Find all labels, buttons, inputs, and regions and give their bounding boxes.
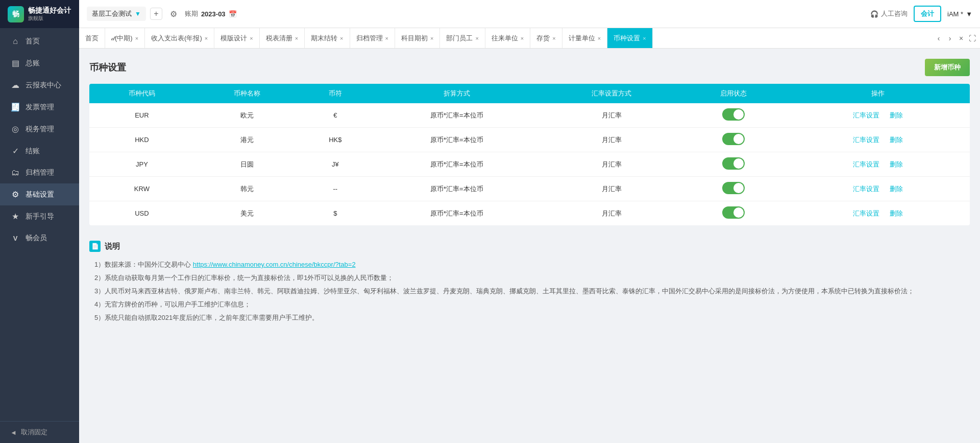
user-menu[interactable]: iAM * ▼ [947, 10, 972, 18]
tab-units[interactable]: 计量单位 × [562, 28, 607, 49]
tab-label: 计量单位 [569, 34, 595, 43]
sidebar-item-archive[interactable]: 🗂 归档管理 [0, 162, 79, 183]
sidebar-item-home[interactable]: ⌂ 首页 [0, 31, 79, 52]
tab-income[interactable]: 收入支出表(年报) × [145, 28, 214, 49]
sidebar-item-basic[interactable]: ⚙ 基础设置 [0, 183, 79, 205]
sidebar-pin-btn[interactable]: ◄ 取消固定 [0, 421, 79, 443]
workspace-settings-btn[interactable]: ⚙ [166, 7, 181, 21]
sidebar-item-ledger[interactable]: ▤ 总账 [0, 52, 79, 74]
header: 基层工会测试 ▼ + ⚙ 账期 2023-03 📅 🎧 人工咨询 会计 iAM … [79, 0, 980, 28]
sidebar-item-tax[interactable]: ◎ 税务管理 [0, 118, 79, 140]
sidebar-item-label: 发票管理 [26, 103, 54, 112]
sidebar-item-guide[interactable]: ★ 新手引导 [0, 205, 79, 227]
tab-close-icon[interactable]: × [643, 35, 646, 41]
tab-close-icon[interactable]: × [475, 35, 478, 41]
cell-name: 韩元 [194, 177, 300, 201]
tab-template[interactable]: 模版设计 × [214, 28, 259, 49]
page-title: 币种设置 [89, 61, 126, 74]
external-link[interactable]: https://www.chinamoney.com.cn/chinese/bk… [193, 261, 356, 268]
rate-settings-link[interactable]: 汇率设置 [853, 160, 879, 168]
cell-code: KRW [89, 177, 194, 201]
tab-prev-btn[interactable]: ‹ [934, 33, 944, 43]
delete-link[interactable]: 删除 [890, 111, 903, 119]
tab-next-btn[interactable]: › [945, 33, 955, 43]
delete-link[interactable]: 删除 [890, 209, 903, 217]
tab-close-icon[interactable]: × [250, 35, 253, 41]
sidebar-item-reports[interactable]: ☁ 云报表中心 [0, 74, 79, 96]
sidebar-item-settlement[interactable]: ✓ 结账 [0, 140, 79, 162]
tab-close-icon[interactable]: × [521, 35, 524, 41]
status-toggle[interactable] [722, 108, 745, 121]
tab-home[interactable]: 首页 [79, 28, 105, 49]
user-arrow-icon: ▼ [966, 10, 972, 18]
cell-rate-type: 月汇率 [543, 128, 681, 152]
delete-link[interactable]: 删除 [890, 185, 903, 193]
tab-close-icon[interactable]: × [295, 35, 298, 41]
rate-settings-link[interactable]: 汇率设置 [853, 209, 879, 217]
tab-currency[interactable]: 币种设置 × [607, 28, 652, 49]
cell-name: 美元 [194, 201, 300, 226]
tab-period[interactable]: 𝒹(中期) × [105, 28, 145, 49]
cell-status[interactable] [681, 177, 786, 201]
cell-actions: 汇率设置 删除 [786, 128, 970, 152]
tab-close-icon[interactable]: × [385, 35, 388, 41]
sidebar-item-invoice[interactable]: 🧾 发票管理 [0, 96, 79, 118]
tab-close-icon[interactable]: × [598, 35, 601, 41]
tab-close-icon[interactable]: × [552, 35, 555, 41]
member-icon: V [10, 235, 20, 242]
status-toggle[interactable] [722, 157, 745, 170]
table-row: HKD 港元 HK$ 原币*汇率=本位币 月汇率 汇率设置 删除 [89, 128, 970, 152]
consult-btn[interactable]: 🎧 人工咨询 [870, 9, 908, 18]
rate-settings-link[interactable]: 汇率设置 [853, 185, 879, 193]
tab-close-icon[interactable]: × [135, 35, 138, 41]
sidebar-item-member[interactable]: V 畅会员 [0, 227, 79, 249]
cell-status[interactable] [681, 103, 786, 128]
tab-inventory[interactable]: 存货 × [530, 28, 562, 49]
tab-close-icon[interactable]: × [430, 35, 433, 41]
add-workspace-btn[interactable]: + [150, 8, 162, 20]
rate-settings-link[interactable]: 汇率设置 [853, 136, 879, 144]
account-type-btn[interactable]: 会计 [914, 6, 941, 22]
tab-close-icon[interactable]: × [205, 35, 208, 41]
tab-archive[interactable]: 归档管理 × [350, 28, 395, 49]
new-currency-btn[interactable]: 新增币种 [925, 59, 970, 76]
cell-status[interactable] [681, 128, 786, 152]
tab-period-end[interactable]: 期末结转 × [305, 28, 350, 49]
workspace-selector[interactable]: 基层工会测试 ▼ [87, 7, 146, 21]
main-content: 币种设置 新增币种 币种代码 币种名称 币符 折算方式 汇率设置方式 启用状态 … [79, 49, 980, 443]
home-icon: ⌂ [10, 37, 20, 46]
tab-close-icon[interactable]: × [340, 35, 343, 41]
calendar-icon[interactable]: 📅 [229, 10, 237, 18]
tab-label: 𝒹(中期) [111, 34, 133, 43]
cell-actions: 汇率设置 删除 [786, 177, 970, 201]
tab-partners[interactable]: 往来单位 × [485, 28, 530, 49]
notes-list: 1）数据来源：中国外汇交易中心 https://www.chinamoney.c… [89, 258, 970, 324]
tabbar: 首页 𝒹(中期) × 收入支出表(年报) × 模版设计 × 税表清册 × 期末结… [79, 28, 980, 49]
cell-method: 原币*汇率=本位币 [371, 103, 542, 128]
sidebar-nav: ⌂ 首页 ▤ 总账 ☁ 云报表中心 🧾 发票管理 ◎ 税务管理 ✓ 结账 🗂 归… [0, 28, 79, 249]
settings-icon: ⚙ [10, 190, 20, 199]
cell-method: 原币*汇率=本位币 [371, 201, 542, 226]
cell-status[interactable] [681, 152, 786, 177]
cell-status[interactable] [681, 201, 786, 226]
tab-tax[interactable]: 税表清册 × [260, 28, 305, 49]
notes-icon: 📄 [89, 241, 101, 252]
notes-section: 📄 说明 1）数据来源：中国外汇交易中心 https://www.chinamo… [89, 241, 970, 324]
rate-settings-link[interactable]: 汇率设置 [853, 111, 879, 119]
tab-close-all-btn[interactable]: × [956, 33, 966, 43]
status-toggle[interactable] [722, 206, 745, 219]
sidebar-item-label: 结账 [26, 147, 40, 156]
tax-icon: ◎ [10, 124, 20, 134]
sidebar-item-label: 畅会员 [26, 234, 47, 243]
tab-label: 部门员工 [446, 34, 473, 43]
delete-link[interactable]: 删除 [890, 136, 903, 144]
tab-label: 期末结转 [311, 34, 337, 43]
status-toggle[interactable] [722, 182, 745, 194]
cell-rate-type: 月汇率 [543, 201, 681, 226]
status-toggle[interactable] [722, 133, 745, 145]
tab-dept[interactable]: 部门员工 × [440, 28, 485, 49]
tab-fullscreen-btn[interactable]: ⛶ [967, 33, 977, 43]
tab-accounts[interactable]: 科目期初 × [395, 28, 440, 49]
delete-link[interactable]: 删除 [890, 160, 903, 168]
pin-icon: ◄ [10, 429, 17, 436]
